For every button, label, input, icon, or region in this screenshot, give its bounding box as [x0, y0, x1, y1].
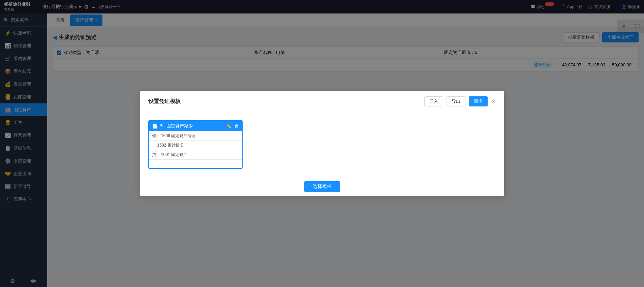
entry-empty: [149, 160, 206, 168]
template-header-left: 📄 5 - 固定资产减少: [152, 123, 193, 129]
entry-name: 固定资产: [171, 152, 187, 157]
entry-empty: [224, 160, 242, 168]
entry-debit-1: [206, 131, 224, 141]
entry-code: 1601: [161, 152, 170, 157]
template-entry-row: 贷： 1601 固定资产: [149, 150, 242, 160]
template-title: 固定资产减少: [166, 123, 193, 128]
import-button[interactable]: 导入: [424, 96, 443, 106]
template-card-header: 📄 5 - 固定资产减少 ✏️ 🗑: [149, 121, 242, 131]
entry-label-2: 1602 累计折旧: [149, 141, 206, 150]
dialog-footer: 选择模板: [140, 177, 504, 196]
entry-code: 1602: [157, 143, 166, 148]
template-id: 5: [160, 123, 163, 128]
template-edit-icon[interactable]: ✏️: [226, 124, 232, 129]
dialog-header: 设置凭证模板 导入 导出 新增 ✕: [140, 91, 504, 112]
export-button[interactable]: 导出: [447, 96, 465, 106]
template-header-actions: ✏️ 🗑: [226, 124, 239, 129]
dialog-close-button[interactable]: ✕: [491, 98, 496, 105]
dialog-overlay: 设置凭证模板 导入 导出 新增 ✕ 📄 5 - 固定资产减少: [0, 0, 644, 287]
entry-type: 借: [152, 133, 156, 138]
entry-label-3: 贷： 1601 固定资产: [149, 150, 206, 160]
template-entry-empty-row: [149, 160, 242, 168]
template-doc-icon: 📄: [152, 124, 158, 129]
dialog-header-buttons: 导入 导出 新增 ✕: [424, 96, 496, 106]
entry-label-1: 借： 1606 固定资产清理: [149, 131, 206, 141]
entry-empty: [206, 160, 224, 168]
dialog-body: 📄 5 - 固定资产减少 ✏️ 🗑: [140, 112, 504, 177]
entry-credit-3: [224, 150, 242, 160]
template-entry-row: 借： 1606 固定资产清理: [149, 131, 242, 141]
template-delete-icon[interactable]: 🗑: [234, 124, 239, 129]
entry-type: 贷: [152, 152, 156, 157]
select-template-button[interactable]: 选择模板: [304, 181, 340, 192]
dialog-title: 设置凭证模板: [148, 98, 181, 105]
template-entries-table: 借： 1606 固定资产清理 1602 累计折旧: [149, 131, 242, 168]
entry-code: 1606: [161, 133, 170, 138]
template-card-body: 借： 1606 固定资产清理 1602 累计折旧: [149, 131, 242, 168]
template-card: 📄 5 - 固定资产减少 ✏️ 🗑: [148, 120, 243, 169]
new-template-button[interactable]: 新增: [469, 96, 488, 106]
entry-debit-2: [206, 141, 224, 150]
entry-credit-2: [224, 141, 242, 150]
entry-name: 固定资产清理: [171, 133, 195, 138]
entry-name: 累计折旧: [167, 143, 184, 148]
entry-credit-1: [224, 131, 242, 141]
entry-debit-3: [206, 150, 224, 160]
template-entry-row: 1602 累计折旧: [149, 141, 242, 150]
template-name: 5 - 固定资产减少: [160, 123, 193, 129]
voucher-template-dialog: 设置凭证模板 导入 导出 新增 ✕ 📄 5 - 固定资产减少: [140, 91, 504, 196]
